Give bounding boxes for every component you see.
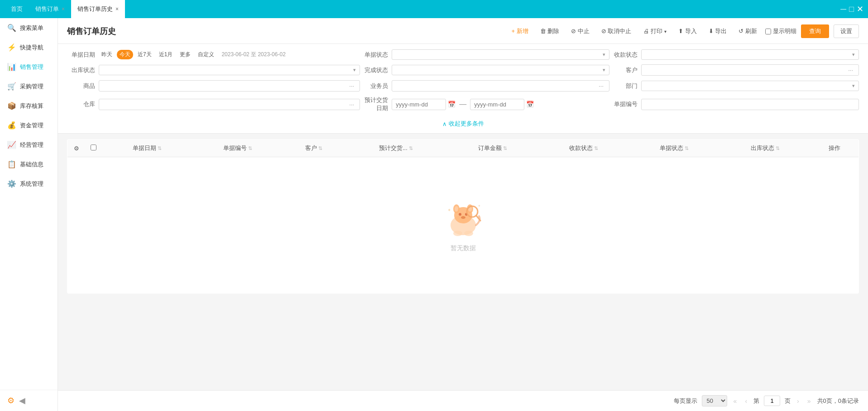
date-btn-custom[interactable]: 自定义 (195, 50, 217, 59)
warehouse-input[interactable]: ··· (99, 99, 360, 110)
date-btn-7days[interactable]: 近7天 (135, 50, 154, 59)
page-suffix-label: 页 (785, 397, 791, 405)
sort-date-icon[interactable]: ⇅ (158, 145, 162, 151)
query-button-label: 查询 (809, 28, 821, 34)
customer-input[interactable]: ··· (641, 64, 859, 76)
sort-payment-icon[interactable]: ⇅ (594, 145, 598, 151)
import-button[interactable]: ⬆ 导入 (675, 25, 700, 37)
sort-order-status-icon[interactable]: ⇅ (685, 145, 689, 151)
complete-status-select[interactable]: ▾ (392, 65, 609, 75)
sidebar-item-sales-mgmt-label: 销售管理 (20, 63, 43, 71)
delivery-date-to[interactable] (470, 99, 524, 110)
goods-input[interactable]: ··· (99, 80, 360, 92)
goods-dots[interactable]: ··· (347, 82, 356, 89)
sidebar-item-operations-label: 经营管理 (20, 141, 43, 149)
query-button[interactable]: 查询 (801, 24, 829, 38)
table-footer: 每页显示 50 10 20 100 « ‹ 第 页 › » 共0页，0条记录 (58, 390, 868, 411)
salesperson-input[interactable]: ··· (392, 80, 609, 92)
display-detail-checkbox[interactable]: 显示明细 (765, 27, 796, 35)
inventory-icon: 📦 (7, 102, 16, 110)
sidebar-collapse-icon[interactable]: ◀ (19, 396, 25, 406)
select-all-checkbox[interactable] (91, 145, 96, 150)
payment-status-select[interactable]: ▾ (641, 49, 859, 60)
sidebar: 🔍 搜索菜单 ⚡ 快捷导航 📊 销售管理 🛒 采购管理 📦 库存核算 💰 资金管… (0, 18, 58, 411)
salesperson-control: ··· (392, 80, 609, 92)
window-controls: ─ □ ✕ (840, 4, 863, 14)
basic-info-icon: 📋 (7, 160, 16, 169)
order-no-label: 单据编号 (609, 100, 641, 108)
date-btn-today[interactable]: 今天 (117, 50, 133, 59)
stop-button[interactable]: ⊘ 中止 (567, 25, 593, 37)
cal-to-icon[interactable]: 📅 (526, 101, 534, 108)
warehouse-dots[interactable]: ··· (347, 101, 356, 108)
date-control: 昨天 今天 近7天 近1月 更多 自定义 2023-06-02 至 2023-0… (99, 50, 360, 59)
page-number-input[interactable] (764, 396, 780, 406)
tab-sales-order-history-close[interactable]: × (115, 6, 119, 12)
filter-row-4: 仓库 ··· 预计交货日期 📅 — 📅 单据编号 (67, 96, 859, 112)
print-button-label: 🖨 打印 (643, 27, 663, 35)
filter-row-3: 商品 ··· 业务员 ··· 部门 (67, 80, 859, 92)
date-quick-btns: 昨天 今天 近7天 近1月 更多 自定义 (99, 50, 217, 59)
order-no-input[interactable] (641, 99, 859, 110)
refresh-button[interactable]: ↺ 刷新 (735, 25, 761, 37)
date-btn-more[interactable]: 更多 (177, 50, 193, 59)
tab-sales-order-history[interactable]: 销售订单历史 × (71, 0, 125, 18)
sort-no-icon[interactable]: ⇅ (248, 145, 252, 151)
department-select[interactable]: ▾ (641, 81, 859, 91)
last-page-button[interactable]: » (806, 397, 813, 405)
collapse-more-btn[interactable]: ∧ 收起更多条件 (67, 117, 859, 128)
col-amount: 订单金额⇅ (447, 140, 538, 157)
sidebar-item-sys-mgmt[interactable]: ⚙️ 系统管理 (0, 174, 58, 193)
complete-status-arrow: ▾ (603, 67, 605, 73)
out-status-select[interactable]: ▾ (99, 65, 360, 75)
per-page-select[interactable]: 50 10 20 100 (702, 395, 727, 406)
sidebar-settings-icon[interactable]: ⚙ (7, 396, 14, 406)
order-status-select[interactable]: ▾ (392, 49, 609, 60)
chevron-up-icon: ∧ (442, 121, 447, 127)
sidebar-item-finance[interactable]: 💰 资金管理 (0, 116, 58, 135)
sidebar-item-search-menu[interactable]: 🔍 搜索菜单 (0, 18, 58, 38)
salesperson-dots[interactable]: ··· (597, 82, 605, 89)
date-btn-yesterday[interactable]: 昨天 (99, 50, 115, 59)
delete-button[interactable]: 🗑 删除 (537, 25, 563, 37)
sort-out-icon[interactable]: ⇅ (776, 145, 780, 151)
main-layout: 🔍 搜索菜单 ⚡ 快捷导航 📊 销售管理 🛒 采购管理 📦 库存核算 💰 资金管… (0, 18, 868, 411)
goods-label: 商品 (67, 82, 99, 90)
date-btn-1month[interactable]: 近1月 (156, 50, 176, 59)
filter-row-2: 出库状态 ▾ 完成状态 ▾ 客户 (67, 64, 859, 76)
display-detail-input[interactable] (765, 29, 771, 34)
add-button[interactable]: + 新增 (508, 25, 532, 37)
next-page-button[interactable]: › (795, 397, 801, 405)
settings-icon[interactable]: ⚙ (74, 145, 79, 152)
maximize-icon[interactable]: □ (849, 5, 854, 14)
date-dash: — (457, 100, 468, 108)
sort-delivery-icon[interactable]: ⇅ (409, 145, 413, 151)
setting-button[interactable]: 设置 (834, 24, 859, 38)
cal-from-icon[interactable]: 📅 (448, 101, 456, 108)
tab-sales-order-close[interactable]: × (62, 6, 65, 12)
minimize-icon[interactable]: ─ (840, 5, 846, 14)
sort-amount-icon[interactable]: ⇅ (503, 145, 507, 151)
sidebar-item-quick-nav[interactable]: ⚡ 快捷导航 (0, 38, 58, 57)
sidebar-item-quick-nav-label: 快捷导航 (20, 44, 43, 52)
cancel-stop-button[interactable]: ⊘ 取消中止 (598, 25, 635, 37)
sort-customer-icon[interactable]: ⇅ (318, 145, 322, 151)
print-button[interactable]: 🖨 打印 ▾ (640, 25, 671, 37)
tab-home[interactable]: 首页 (5, 0, 29, 18)
sidebar-item-basic-info[interactable]: 📋 基础信息 (0, 155, 58, 174)
export-button[interactable]: ⬇ 导出 (705, 25, 731, 37)
sidebar-item-sales-mgmt[interactable]: 📊 销售管理 (0, 57, 58, 77)
prev-page-button[interactable]: ‹ (743, 397, 749, 405)
delivery-date-from[interactable] (392, 99, 446, 110)
sidebar-item-operations[interactable]: 📈 经营管理 (0, 135, 58, 155)
customer-dots[interactable]: ··· (846, 67, 855, 73)
sidebar-item-inventory[interactable]: 📦 库存核算 (0, 96, 58, 116)
close-icon[interactable]: ✕ (857, 4, 863, 14)
total-info: 共0页，0条记录 (817, 397, 859, 405)
first-page-button[interactable]: « (732, 397, 739, 405)
tab-sales-order[interactable]: 销售订单 × (29, 0, 71, 18)
sidebar-item-search-menu-label: 搜索菜单 (20, 24, 43, 32)
sidebar-item-purchase-mgmt[interactable]: 🛒 采购管理 (0, 77, 58, 96)
delivery-date-control: 📅 — 📅 (392, 99, 609, 110)
sales-mgmt-icon: 📊 (7, 63, 16, 71)
